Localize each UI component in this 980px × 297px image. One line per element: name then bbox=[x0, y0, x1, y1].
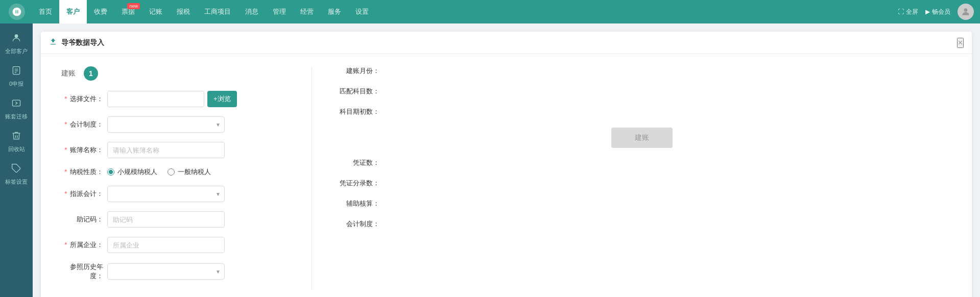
general-taxpayer-option[interactable]: 一般纳税人 bbox=[168, 167, 211, 177]
ref-year-select-wrap: ▼ bbox=[107, 263, 225, 280]
sidebar-item-migration[interactable]: 账套迁移 bbox=[0, 93, 33, 125]
panel-header: 导爷数据导入 × bbox=[41, 32, 972, 54]
match-subjects-row: 匹配科目数： bbox=[332, 87, 951, 96]
top-nav: 首页 客户 收费 票据 new 记账 报税 工商项目 消息 管理 经营 服务 设… bbox=[0, 0, 980, 23]
sidebar-label-all-clients: 全部客户 bbox=[5, 47, 28, 55]
nav-item-management[interactable]: 管理 bbox=[266, 0, 293, 23]
accountant-select[interactable] bbox=[107, 186, 225, 202]
svg-point-1 bbox=[15, 34, 18, 38]
avatar bbox=[958, 4, 974, 20]
form-body: 建账 1 * 选择文件： +浏览 bbox=[41, 54, 972, 297]
accounting-system-select-wrap: ▼ bbox=[107, 116, 225, 133]
nav-item-home[interactable]: 首页 bbox=[32, 0, 59, 23]
accounting-system-label: * 会计制度： bbox=[61, 120, 107, 129]
nav-item-business[interactable]: 工商项目 bbox=[197, 0, 238, 23]
form-right: 建账月份： 匹配科目数： 科目期初数： 建账 bbox=[332, 66, 951, 290]
ref-year-row: 参照历史年度： ▼ bbox=[61, 262, 291, 281]
nav-item-invoices[interactable]: 票据 new bbox=[114, 0, 142, 23]
member-label: 畅会员 bbox=[932, 8, 950, 16]
ref-year-select[interactable] bbox=[107, 263, 225, 280]
step-label: 建账 bbox=[61, 69, 76, 78]
nav-item-bookkeeping[interactable]: 记账 bbox=[142, 0, 170, 23]
tax-type-label: * 纳税性质： bbox=[61, 167, 107, 177]
file-input-group: +浏览 bbox=[107, 91, 225, 107]
sidebar-label-zero-declaration: 0申报 bbox=[9, 80, 23, 88]
form-divider bbox=[312, 66, 312, 290]
import-panel: 导爷数据导入 × 建账 1 * 选择文件： bbox=[41, 32, 972, 297]
fullscreen-button[interactable]: ⛶ 全屏 bbox=[898, 8, 918, 16]
file-input[interactable] bbox=[107, 91, 204, 107]
right-accounting-system-row: 会计制度： bbox=[332, 219, 951, 229]
panel-close-button[interactable]: × bbox=[957, 38, 964, 48]
ledger-name-label: * 账簿名称： bbox=[61, 145, 107, 155]
member-button[interactable]: ▶ 畅会员 bbox=[925, 8, 950, 16]
tax-type-row: * 纳税性质： 小规模纳税人 一般纳税人 bbox=[61, 167, 291, 177]
create-button-area: 建账 bbox=[332, 128, 951, 148]
nav-item-clients[interactable]: 客户 bbox=[59, 0, 87, 23]
subject-initial-row: 科目期初数： bbox=[332, 107, 951, 116]
small-taxpayer-radio[interactable] bbox=[107, 168, 114, 176]
accounting-system-select[interactable] bbox=[107, 116, 225, 133]
voucher-count-label: 凭证数： bbox=[332, 158, 384, 167]
right-accounting-system-label: 会计制度： bbox=[332, 219, 384, 229]
form-left: 建账 1 * 选择文件： +浏览 bbox=[61, 66, 291, 290]
tax-type-radio-group: 小规模纳税人 一般纳税人 bbox=[107, 167, 211, 177]
general-taxpayer-label: 一般纳税人 bbox=[178, 167, 211, 177]
migration-icon bbox=[11, 98, 21, 111]
recycle-icon bbox=[11, 131, 21, 143]
step-row: 建账 1 bbox=[61, 66, 291, 81]
voucher-entries-row: 凭证分录数： bbox=[332, 179, 951, 188]
sidebar-label-recycle: 回收站 bbox=[8, 145, 25, 153]
create-account-button[interactable]: 建账 bbox=[611, 128, 673, 148]
content-area: 导爷数据导入 × 建账 1 * 选择文件： bbox=[33, 23, 980, 297]
sidebar-item-recycle[interactable]: 回收站 bbox=[0, 126, 33, 157]
voucher-entries-label: 凭证分录数： bbox=[332, 179, 384, 188]
nav-item-messages[interactable]: 消息 bbox=[238, 0, 266, 23]
panel-icon bbox=[49, 38, 57, 47]
memo-code-row: 助记码： bbox=[61, 211, 291, 228]
subject-initial-label: 科目期初数： bbox=[332, 107, 384, 116]
file-label: * 选择文件： bbox=[61, 94, 107, 104]
logo-area[interactable] bbox=[5, 0, 29, 23]
small-taxpayer-option[interactable]: 小规模纳税人 bbox=[107, 167, 157, 177]
svg-rect-2 bbox=[13, 67, 19, 75]
accountant-row: * 指派会计： ▼ bbox=[61, 186, 291, 202]
sidebar-label-tag-settings: 标签设置 bbox=[5, 178, 28, 186]
nav-item-settings[interactable]: 设置 bbox=[348, 0, 376, 23]
nav-item-service[interactable]: 服务 bbox=[321, 0, 348, 23]
general-taxpayer-radio[interactable] bbox=[168, 168, 175, 176]
accountant-select-wrap: ▼ bbox=[107, 186, 225, 202]
sidebar-label-migration: 账套迁移 bbox=[5, 113, 28, 120]
sidebar-item-tag-settings[interactable]: 标签设置 bbox=[0, 158, 33, 190]
step-indicator: 1 bbox=[84, 66, 98, 81]
new-badge: new bbox=[127, 3, 140, 9]
ref-year-label: 参照历史年度： bbox=[61, 262, 107, 281]
nav-item-fees[interactable]: 收费 bbox=[87, 0, 114, 23]
build-month-label: 建账月份： bbox=[332, 66, 384, 76]
match-subjects-label: 匹配科目数： bbox=[332, 87, 384, 96]
sidebar-item-all-clients[interactable]: 全部客户 bbox=[0, 28, 33, 59]
file-row: * 选择文件： +浏览 bbox=[61, 91, 291, 107]
fullscreen-icon: ⛶ bbox=[898, 8, 904, 15]
memo-code-label: 助记码： bbox=[61, 215, 107, 224]
accounting-system-row: * 会计制度： ▼ bbox=[61, 116, 291, 133]
svg-point-0 bbox=[964, 8, 968, 12]
nav-right: ⛶ 全屏 ▶ 畅会员 bbox=[898, 4, 974, 20]
ledger-name-input[interactable] bbox=[107, 142, 225, 158]
accountant-label: * 指派会计： bbox=[61, 189, 107, 199]
nav-item-tax[interactable]: 报税 bbox=[170, 0, 197, 23]
nav-item-operations[interactable]: 经营 bbox=[293, 0, 321, 23]
company-label: * 所属企业： bbox=[61, 240, 107, 250]
nav-items: 首页 客户 收费 票据 new 记账 报税 工商项目 消息 管理 经营 服务 设… bbox=[32, 0, 898, 23]
all-clients-icon bbox=[11, 33, 21, 45]
memo-code-input[interactable] bbox=[107, 211, 225, 228]
fullscreen-label: 全屏 bbox=[906, 8, 918, 16]
browse-button[interactable]: +浏览 bbox=[207, 91, 237, 107]
logo-icon bbox=[9, 4, 25, 20]
zero-declaration-icon bbox=[11, 65, 21, 78]
avatar-area[interactable] bbox=[958, 4, 974, 20]
company-input[interactable] bbox=[107, 237, 225, 253]
svg-rect-6 bbox=[13, 100, 20, 106]
sidebar: 全部客户 0申报 账套迁移 bbox=[0, 23, 33, 297]
sidebar-item-zero-declaration[interactable]: 0申报 bbox=[0, 60, 33, 92]
